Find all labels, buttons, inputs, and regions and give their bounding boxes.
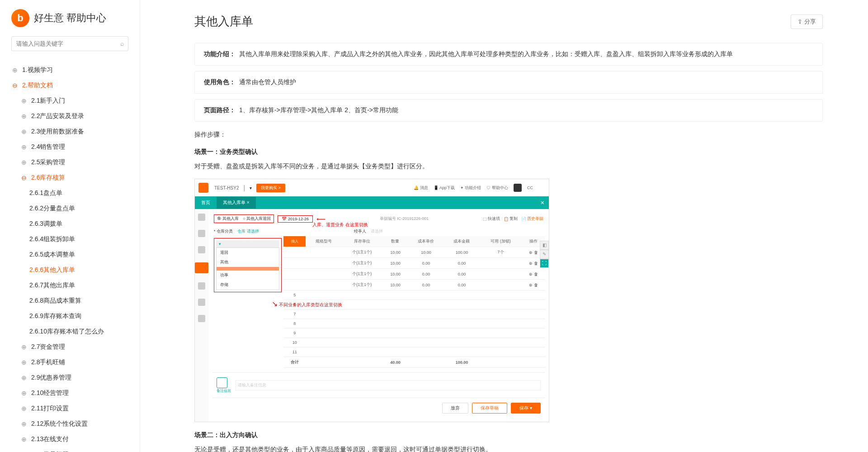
plus-icon: ⊕ <box>20 359 28 366</box>
nav-2-8[interactable]: ⊕2.8手机旺铺 <box>11 355 128 370</box>
th-amt: 成本金额 <box>444 236 480 247</box>
table-row: 7 <box>283 309 545 319</box>
table-row: 个(1主1个)10.000.000.00⊕ 🗑 <box>283 280 545 290</box>
nav-2-6-2[interactable]: 2.6.2分量盘点单 <box>11 201 128 216</box>
ss-content: ⦿ 其他入库 ○ 其他入库退回 📅 2019-12-26 ⟵ 单据编号 IC-2… <box>208 209 549 422</box>
ss-topbar-right: 🔔 消息 📱 App下载 ✦ 功能介绍 ♡ 帮助中心 CC <box>414 184 547 192</box>
nav-2-6-5[interactable]: 2.6.5成本调整单 <box>11 247 128 262</box>
nav-2-6-9[interactable]: 2.6.9库存账本查询 <box>11 309 128 324</box>
ss-operator-label: 经手人 <box>354 228 366 234</box>
ss-annotation2: ↘ 不同业务的入库类型在这里切换 <box>272 300 342 308</box>
nav-2-9[interactable]: ⊕2.9优惠券管理 <box>11 370 128 385</box>
nav-2-1[interactable]: ⊕2.1新手入门 <box>11 93 128 109</box>
table-row: 个(1主1个)10.000.000.00⊕ 🗑 <box>283 269 545 280</box>
ss-tool-fast: ⬚ 快速填 <box>483 216 500 222</box>
ss-toolbar2: * 仓库分类 仓库 请选择 经手人 请选择 <box>212 227 545 236</box>
nav-2-11[interactable]: ⊕2.11打印设置 <box>11 401 128 416</box>
nav-2-2[interactable]: ⊕2.2产品安装及登录 <box>11 109 128 124</box>
ss-tab-current: 其他入库单 × <box>217 197 256 209</box>
ss-toolbar: ⦿ 其他入库 ○ 其他入库退回 📅 2019-12-26 ⟵ 单据编号 IC-2… <box>212 213 545 225</box>
ss-warehouse-label: * 仓库分类 <box>214 228 233 234</box>
search-input[interactable] <box>11 36 128 51</box>
ss-draft-button: 保存草稿 <box>472 403 507 414</box>
ss-orderno: 单据编号 IC-20191226-001 <box>380 216 429 222</box>
table-sum: 合计40.00100.00 <box>283 357 545 368</box>
ss-right-tools: ⬚ 快速填 📋 复制 📄 历史单据 <box>483 216 543 222</box>
table-header: 插入 规格型号 库存单位 数量 成本单价 成本金额 可用 (加锁) 操作 <box>283 236 545 247</box>
nav-2-6-8[interactable]: 2.6.8商品成本重算 <box>11 293 128 309</box>
th-spec: 规格型号 <box>306 236 341 247</box>
float-icon: ◧ <box>540 241 549 250</box>
table-row: 个(1主1个)10.000.000.00⊕ 🗑 <box>283 258 545 269</box>
search-icon[interactable]: ⌕ <box>120 40 124 47</box>
ss-floaticons: ◧ ✎ ⛶ <box>540 241 549 268</box>
table-row: 个(1主1个)10.0010.00100.007个⊕ 🗑 <box>283 247 545 258</box>
scene2-text1: 无论是受赠，还是其他类型的业务，由于入库商品质量等原因，需要退回，这时可通过单据… <box>194 444 823 452</box>
plus-icon: ⊕ <box>20 128 28 135</box>
minus-icon: ⊖ <box>11 82 19 89</box>
plus-icon: ⊕ <box>20 390 28 397</box>
nav-2-12[interactable]: ⊕2.12系统个性化设置 <box>11 416 128 432</box>
ss-date: 📅 2019-12-26 <box>278 215 313 223</box>
ss-footer: 放弃 保存草稿 保存 ▾ <box>212 398 545 418</box>
table-row: 5 <box>283 290 545 300</box>
ss-avatar <box>514 184 522 192</box>
ss-msg-icon: 🔔 消息 <box>414 185 428 191</box>
plus-icon: ⊕ <box>20 113 28 120</box>
ss-radio1: ⦿ 其他入库 <box>217 216 239 222</box>
nav-2-6[interactable]: ⊖2.6库存核算 <box>11 170 128 186</box>
ss-tabs: 首页 其他入库单 × × <box>195 196 549 209</box>
nav-2-6-10[interactable]: 2.6.10库存账本错了怎么办 <box>11 324 128 339</box>
nav-2-3[interactable]: ⊕2.3使用前数据准备 <box>11 124 128 139</box>
ss-dd-item: 功率 <box>217 271 279 280</box>
path-text: 1、库存核算->库存管理->其他入库单 2、首页->常用功能 <box>239 106 398 114</box>
nav-2-5[interactable]: ⊕2.5采购管理 <box>11 155 128 170</box>
role-label: 使用角色： <box>204 78 236 86</box>
plus-icon: ⊕ <box>20 405 28 412</box>
th-price: 成本单价 <box>408 236 444 247</box>
ss-feature-icon: ✦ 功能介绍 <box>460 185 481 191</box>
ss-tab-close-icon: × <box>536 196 549 209</box>
minus-icon: ⊖ <box>20 174 28 181</box>
ss-username: CC <box>527 186 533 190</box>
intro-label: 功能介绍： <box>204 50 236 57</box>
nav-2-6-3[interactable]: 2.6.3调拨单 <box>11 216 128 232</box>
ss-memo-row: 备注信息 请输入备注信息 <box>212 372 545 398</box>
ss-table-area: ▾ 退回 其他 功率 存储 插入 <box>212 236 545 368</box>
search-box: ⌕ <box>11 36 128 51</box>
nav-help-docs[interactable]: ⊖2.帮助文档 <box>11 78 128 93</box>
nav-2-7[interactable]: ⊕2.7资金管理 <box>11 339 128 355</box>
ss-side-icon-active <box>195 262 208 273</box>
nav-2-13[interactable]: ⊕2.13在线支付 <box>11 432 128 447</box>
plus-icon: ⊕ <box>20 143 28 151</box>
table-row: 9 <box>283 328 545 338</box>
nav-2-4[interactable]: ⊕2.4销售管理 <box>11 139 128 155</box>
logo-icon: b <box>11 9 29 27</box>
table-row: 11 <box>283 347 545 357</box>
role-box: 使用角色：通常由仓管人员维护 <box>194 71 823 94</box>
scene1-title: 场景一：业务类型确认 <box>194 148 823 156</box>
table-row: 8 <box>283 319 545 328</box>
role-text: 通常由仓管人员维护 <box>239 78 296 86</box>
nav-2-10[interactable]: ⊕2.10经营管理 <box>11 385 128 401</box>
nav-2-6-6[interactable]: 2.6.6其他入库单 <box>11 262 128 278</box>
ss-help-icon: ♡ 帮助中心 <box>486 185 508 191</box>
ss-side-icon <box>198 214 205 221</box>
nav-video[interactable]: ⊕1.视频学习 <box>11 62 128 78</box>
logo-text: 好生意 帮助中心 <box>34 11 106 25</box>
ss-side-icon <box>198 299 205 306</box>
ss-dd-item: 存储 <box>217 280 279 290</box>
ss-dd-item: 其他 <box>217 257 279 267</box>
path-label: 页面路径： <box>204 106 236 114</box>
nav-2-6-7[interactable]: 2.6.7其他出库单 <box>11 278 128 293</box>
share-button[interactable]: ⇪ 分享 <box>791 14 823 29</box>
nav-2-14[interactable]: ⊕2.14常见问题 <box>11 447 128 452</box>
ss-memo-input: 请输入备注信息 <box>236 380 541 390</box>
scene1-text: 对于受赠、盘盈或是拆装入库等不同的业务，是通过单据头【业务类型】进行区分。 <box>194 161 823 172</box>
ss-buy-button: 我要购买 > <box>256 184 285 192</box>
nav-2-6-1[interactable]: 2.6.1盘点单 <box>11 186 128 201</box>
path-box: 页面路径：1、库存核算->库存管理->其他入库单 2、首页->常用功能 <box>194 99 823 122</box>
nav-2-6-4[interactable]: 2.6.4组装拆卸单 <box>11 232 128 247</box>
ss-tab-home: 首页 <box>195 197 217 209</box>
main-content: 其他入库单 ⇪ 分享 功能介绍：其他入库单用来处理除采购入库、产成品入库之外的其… <box>140 0 868 452</box>
